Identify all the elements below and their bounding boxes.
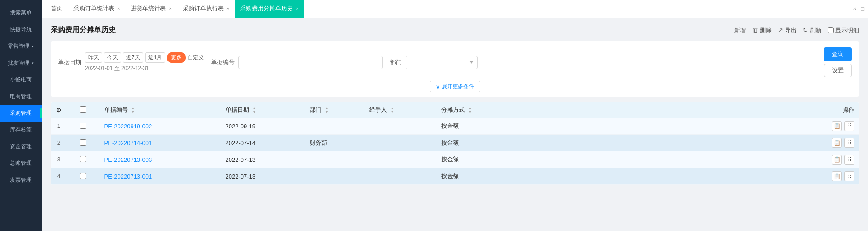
close-window-icon[interactable]: ×	[853, 5, 857, 12]
row-checkbox[interactable]	[80, 156, 86, 162]
sidebar-label: 零售管理 ▾	[2, 42, 40, 50]
yesterday-btn[interactable]: 昨天	[85, 52, 102, 63]
dept-search-field: 部门	[390, 56, 478, 69]
doc-no-input[interactable]	[238, 56, 383, 69]
delete-icon: 🗑	[752, 27, 758, 33]
sidebar-label: 资金管理	[2, 143, 40, 151]
tab-purchase-cost-history[interactable]: 采购费用分摊单历史×	[235, 0, 304, 18]
row-doc-no: PE-20220919-002	[100, 118, 221, 135]
delete-button[interactable]: 🗑 删除	[752, 26, 772, 34]
row-checkbox-cell	[67, 151, 100, 168]
export-icon: ↗	[778, 27, 783, 33]
sidebar-item-invoice[interactable]: 发票管理	[0, 172, 42, 189]
row-actions-cell: 📋 ⠿	[823, 118, 859, 135]
row-action-buttons: 📋 ⠿	[827, 121, 854, 131]
tab-purchase-order-stats[interactable]: 采购订单统计表×	[68, 0, 125, 18]
doc-no-link[interactable]: PE-20220713-001	[104, 173, 152, 180]
query-button[interactable]: 查询	[824, 47, 852, 61]
gear-column-header[interactable]: ⚙	[51, 102, 67, 118]
sidebar-item-search[interactable]: 搜索菜单	[0, 5, 42, 21]
expand-conditions-btn[interactable]: ∨ 展开更多条件	[430, 81, 480, 92]
row-split-method: 按金额	[437, 118, 823, 135]
select-all-checkbox[interactable]	[80, 106, 86, 113]
export-label: 导出	[785, 26, 797, 34]
row-delete-icon[interactable]: ⠿	[844, 155, 854, 165]
tab-label: 采购费用分摊单历史	[240, 5, 293, 13]
tab-close-icon[interactable]: ×	[226, 6, 229, 11]
row-edit-icon[interactable]: 📋	[832, 155, 842, 165]
sidebar-item-ecommerce[interactable]: 电商管理	[0, 88, 42, 105]
row-checkbox-cell	[67, 135, 100, 151]
row-delete-icon[interactable]: ⠿	[844, 138, 854, 148]
sidebar-label: 快捷导航	[2, 26, 40, 33]
more-date-btn[interactable]: 更多	[167, 52, 186, 63]
tabs-bar: 首页采购订单统计表×进货单统计表×采购订单执行表×采购费用分摊单历史× × □	[42, 0, 868, 18]
tab-close-icon[interactable]: ×	[169, 6, 171, 11]
chevron-down-icon: ∨	[436, 84, 440, 90]
today-btn[interactable]: 今天	[104, 52, 121, 63]
search-buttons: 查询 设置	[824, 47, 852, 77]
tab-purchase-order-exec[interactable]: 采购订单执行表×	[177, 0, 235, 18]
add-button[interactable]: + 新增	[729, 26, 746, 34]
month1-btn[interactable]: 近1月	[145, 52, 165, 63]
doc-date-column-header[interactable]: 单据日期 ▲▼	[221, 102, 306, 118]
sidebar-item-finance[interactable]: 资金管理	[0, 138, 42, 155]
refresh-icon: ↻	[803, 27, 808, 33]
sidebar-item-inventory[interactable]: 库存核算	[0, 122, 42, 138]
doc-no-link[interactable]: PE-20220713-003	[104, 156, 152, 163]
row-checkbox[interactable]	[80, 173, 86, 179]
table-row: 4 PE-20220713-001 2022-07-13 按金额 📋 ⠿	[51, 168, 859, 185]
tab-close-icon[interactable]: ×	[117, 6, 120, 11]
tab-close-icon[interactable]: ×	[296, 6, 298, 11]
row-edit-icon[interactable]: 📋	[832, 171, 842, 181]
week7-btn[interactable]: 近7天	[123, 52, 143, 63]
refresh-button[interactable]: ↻ 刷新	[803, 26, 821, 34]
sidebar-item-ecommerce-small[interactable]: 小畅电商	[0, 71, 42, 88]
tab-inbound-stats[interactable]: 进货单统计表×	[125, 0, 177, 18]
settings-button[interactable]: 设置	[824, 64, 852, 77]
row-checkbox[interactable]	[80, 139, 86, 146]
sidebar-item-wholesale[interactable]: 批发管理 ▾	[0, 55, 42, 71]
data-table: ⚙ 单据编号 ▲▼ 单据日期 ▲▼ 部门	[51, 102, 859, 185]
tab-label: 采购订单统计表	[73, 5, 114, 13]
sidebar-label: 总账管理	[2, 160, 40, 167]
row-doc-no: PE-20220713-003	[100, 151, 221, 168]
main-content: 首页采购订单统计表×进货单统计表×采购订单执行表×采购费用分摊单历史× × □ …	[42, 0, 868, 231]
row-doc-date: 2022-07-13	[221, 168, 306, 185]
sidebar-label: 库存核算	[2, 126, 40, 134]
row-doc-date: 2022-09-19	[221, 118, 306, 135]
row-checkbox[interactable]	[80, 123, 86, 129]
row-number: 3	[51, 151, 67, 168]
sidebar-label: 搜索菜单	[2, 9, 40, 17]
dept-select[interactable]	[406, 56, 478, 69]
handler-column-header[interactable]: 经手人 ▲▼	[365, 102, 437, 118]
row-handler	[365, 151, 437, 168]
custom-date-btn[interactable]: 自定义	[188, 54, 204, 61]
table-header-row: ⚙ 单据编号 ▲▼ 单据日期 ▲▼ 部门	[51, 102, 859, 118]
sidebar: 搜索菜单快捷导航零售管理 ▾批发管理 ▾小畅电商电商管理采购管理库存核算资金管理…	[0, 0, 42, 231]
row-delete-icon[interactable]: ⠿	[844, 121, 854, 131]
table-head: ⚙ 单据编号 ▲▼ 单据日期 ▲▼ 部门	[51, 102, 859, 118]
show-detail-input[interactable]	[828, 27, 834, 33]
sidebar-item-retail[interactable]: 零售管理 ▾	[0, 38, 42, 55]
tab-home[interactable]: 首页	[45, 0, 68, 18]
show-detail-checkbox[interactable]: 显示明细	[828, 26, 859, 34]
sidebar-item-purchase[interactable]: 采购管理	[0, 105, 42, 122]
sidebar-label: 小畅电商	[2, 76, 40, 84]
sidebar-label: 电商管理	[2, 93, 40, 100]
maximize-window-icon[interactable]: □	[861, 5, 864, 12]
sidebar-item-accounting[interactable]: 总账管理	[0, 155, 42, 172]
sidebar-item-shortcut[interactable]: 快捷导航	[0, 21, 42, 38]
doc-no-link[interactable]: PE-20220919-002	[104, 123, 152, 130]
split-method-column-header[interactable]: 分摊方式 ▲▼	[437, 102, 823, 118]
export-button[interactable]: ↗ 导出	[778, 26, 797, 34]
dept-column-header[interactable]: 部门 ▲▼	[305, 102, 364, 118]
row-edit-icon[interactable]: 📋	[832, 138, 842, 148]
row-delete-icon[interactable]: ⠿	[844, 171, 854, 181]
expand-bar: ∨ 展开更多条件	[58, 81, 852, 92]
doc-no-column-header[interactable]: 单据编号 ▲▼	[100, 102, 221, 118]
doc-no-link[interactable]: PE-20220714-001	[104, 140, 152, 146]
row-handler	[365, 118, 437, 135]
refresh-label: 刷新	[810, 26, 821, 34]
row-edit-icon[interactable]: 📋	[832, 121, 842, 131]
